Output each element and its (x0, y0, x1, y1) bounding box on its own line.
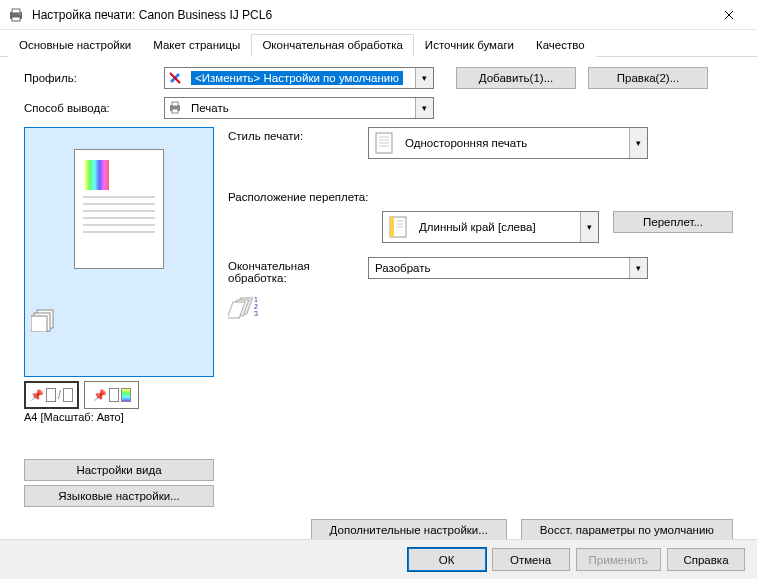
view-settings-button[interactable]: Настройки вида (24, 459, 214, 481)
svg-rect-9 (31, 316, 47, 332)
apply-button[interactable]: Применить (576, 548, 661, 571)
restore-defaults-button[interactable]: Восст. параметры по умолчанию (521, 519, 733, 541)
collate-icon: 123 (228, 294, 733, 320)
advanced-settings-button[interactable]: Дополнительные настройки... (311, 519, 507, 541)
layout-option-1[interactable]: 📌 / (24, 381, 79, 409)
printer-icon (8, 7, 24, 23)
tab-layout[interactable]: Макет страницы (142, 34, 251, 57)
svg-rect-5 (172, 102, 178, 106)
printstyle-row: Стиль печати: Односторонняя печать ▾ (228, 127, 733, 159)
binding-left-icon (383, 215, 413, 239)
profile-select[interactable]: <Изменить> Настройки по умолчанию ▾ (164, 67, 434, 89)
help-button[interactable]: Справка (667, 548, 745, 571)
svg-point-3 (19, 13, 21, 15)
print-icon (165, 101, 185, 115)
titlebar: Настройка печати: Canon Business IJ PCL6 (0, 0, 757, 30)
profile-change-icon (165, 71, 185, 85)
language-settings-button[interactable]: Языковые настройки... (24, 485, 214, 507)
output-label: Способ вывода: (24, 102, 164, 114)
chevron-down-icon: ▾ (415, 98, 433, 118)
profile-label: Профиль: (24, 72, 164, 84)
pushpin-icon: 📌 (93, 389, 107, 402)
chevron-down-icon: ▾ (415, 68, 433, 88)
pushpin-icon: 📌 (30, 389, 44, 402)
chevron-down-icon: ▾ (629, 258, 647, 278)
single-page-icon (369, 131, 399, 155)
chevron-down-icon: ▾ (629, 128, 647, 158)
svg-text:2: 2 (254, 303, 258, 310)
svg-text:1: 1 (254, 296, 258, 303)
add-button[interactable]: Добавить(1)... (456, 67, 576, 89)
svg-rect-16 (390, 217, 394, 237)
preview-pane: 📌 / 📌 A4 [Масштаб: Авто] Настройки вида … (24, 127, 214, 507)
binding-section: Расположение переплета: Длинный край [сл… (228, 191, 733, 243)
finishing-value: Разобрать (369, 262, 629, 274)
window-title: Настройка печати: Canon Business IJ PCL6 (32, 8, 709, 22)
output-select[interactable]: Печать ▾ (164, 97, 434, 119)
dialog-buttons: ОК Отмена Применить Справка (0, 539, 757, 579)
gutter-button[interactable]: Переплет... (613, 211, 733, 233)
tab-paper-source[interactable]: Источник бумаги (414, 34, 525, 57)
finishing-label: Окончательная обработка: (228, 257, 368, 284)
tab-content: Профиль: <Изменить> Настройки по умолчан… (0, 57, 757, 513)
binding-value: Длинный край [слева] (413, 221, 580, 233)
finishing-select[interactable]: Разобрать ▾ (368, 257, 648, 279)
cancel-button[interactable]: Отмена (492, 548, 570, 571)
edit-button[interactable]: Правка(2)... (588, 67, 708, 89)
paper-stack-icon (31, 308, 59, 332)
printstyle-value: Односторонняя печать (399, 137, 629, 149)
preview-caption: A4 [Масштаб: Авто] (24, 411, 214, 423)
layout-option-2[interactable]: 📌 (84, 381, 139, 409)
ok-button[interactable]: ОК (408, 548, 486, 571)
tab-main[interactable]: Основные настройки (8, 34, 142, 57)
printstyle-label: Стиль печати: (228, 127, 368, 142)
close-button[interactable] (709, 1, 749, 29)
tab-quality[interactable]: Качество (525, 34, 596, 57)
svg-rect-2 (12, 17, 20, 21)
preview-frame (24, 127, 214, 377)
tab-strip: Основные настройки Макет страницы Оконча… (0, 30, 757, 57)
svg-text:3: 3 (254, 310, 258, 317)
chevron-down-icon: ▾ (580, 212, 598, 242)
binding-label: Расположение переплета: (228, 191, 733, 203)
output-row: Способ вывода: Печать ▾ (24, 97, 733, 119)
svg-rect-1 (12, 9, 20, 13)
binding-select[interactable]: Длинный край [слева] ▾ (382, 211, 599, 243)
tab-finishing[interactable]: Окончательная обработка (251, 34, 413, 57)
profile-row: Профиль: <Изменить> Настройки по умолчан… (24, 67, 733, 89)
svg-rect-6 (172, 109, 178, 113)
printstyle-select[interactable]: Односторонняя печать ▾ (368, 127, 648, 159)
output-value: Печать (185, 102, 415, 114)
finishing-row: Окончательная обработка: Разобрать ▾ (228, 257, 733, 284)
layout-options: 📌 / 📌 (24, 381, 214, 409)
profile-value: <Изменить> Настройки по умолчанию (191, 71, 403, 85)
finishing-options: Стиль печати: Односторонняя печать ▾ Рас… (228, 127, 733, 507)
page-preview-icon (74, 149, 164, 269)
